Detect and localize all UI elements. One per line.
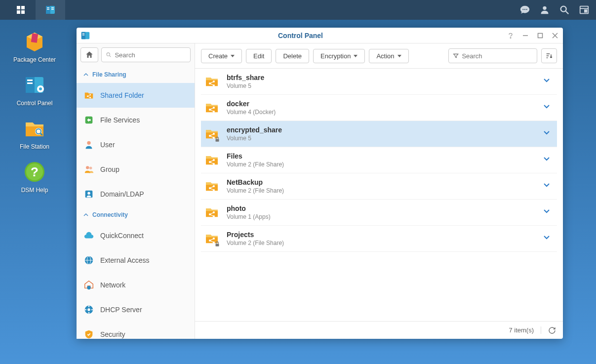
control-panel-window: Control Panel File Sharing bbox=[77, 28, 563, 339]
share-folder-icon bbox=[204, 100, 220, 116]
sidebar-item-user[interactable]: User bbox=[77, 132, 195, 157]
folder-name: Projects bbox=[227, 231, 539, 239]
edit-button[interactable]: Edit bbox=[246, 49, 272, 63]
maximize-button[interactable] bbox=[536, 32, 544, 40]
sidebar-item-quickconnect[interactable]: QuickConnect bbox=[77, 223, 195, 248]
expand-button[interactable] bbox=[539, 77, 554, 86]
folder-name: docker bbox=[227, 100, 539, 108]
folder-name: Files bbox=[227, 152, 539, 160]
minimize-button[interactable] bbox=[521, 32, 529, 40]
folder-subtitle: Volume 1 (Apps) bbox=[227, 213, 539, 220]
sidebar-item-dhcp-server[interactable]: DHCP Server bbox=[77, 297, 195, 322]
sidebar-item-external-access[interactable]: External Access bbox=[77, 248, 195, 273]
expand-button[interactable] bbox=[539, 156, 554, 164]
svg-rect-103 bbox=[216, 243, 219, 246]
desktop-icon-package-center[interactable]: Package Center bbox=[10, 30, 59, 63]
svg-line-15 bbox=[566, 11, 569, 14]
svg-text:?: ? bbox=[31, 164, 39, 179]
expand-button[interactable] bbox=[539, 129, 554, 138]
help-button[interactable] bbox=[507, 32, 515, 40]
encryption-button[interactable]: Encryption bbox=[313, 49, 365, 63]
refresh-button[interactable] bbox=[548, 326, 556, 334]
folder-row[interactable]: docker Volume 4 (Docker) bbox=[201, 95, 557, 121]
sidebar-item-domain-ldap[interactable]: Domain/LDAP bbox=[77, 182, 195, 206]
folder-subtitle: Volume 2 (File Share) bbox=[227, 187, 539, 194]
expand-button[interactable] bbox=[539, 208, 554, 217]
sidebar-search-input[interactable] bbox=[115, 51, 186, 59]
help-icon: ? bbox=[23, 160, 46, 184]
chevron-down-icon bbox=[543, 234, 550, 241]
main-menu-button[interactable] bbox=[6, 0, 36, 20]
desktop-icon-dsm-help[interactable]: ? DSM Help bbox=[10, 160, 59, 194]
folder-row[interactable]: NetBackup Volume 2 (File Share) bbox=[201, 173, 557, 200]
desktop: Package Center Control Panel File Statio… bbox=[0, 20, 69, 213]
sidebar-item-label: User bbox=[100, 141, 115, 149]
folder-row[interactable]: Projects Volume 2 (File Share) bbox=[201, 226, 557, 252]
main-search-input[interactable] bbox=[462, 52, 533, 60]
share-folder-icon bbox=[204, 74, 220, 89]
desktop-icon-control-panel[interactable]: Control Panel bbox=[10, 73, 59, 107]
expand-button[interactable] bbox=[539, 182, 554, 191]
sidebar-item-file-services[interactable]: File Services bbox=[77, 108, 195, 132]
folder-name: photo bbox=[227, 204, 539, 212]
folder-list: btrfs_share Volume 5 docker Volume 4 (Do… bbox=[195, 69, 563, 321]
svg-rect-18 bbox=[585, 10, 587, 12]
expand-button[interactable] bbox=[539, 103, 554, 112]
home-button[interactable] bbox=[80, 47, 98, 62]
svg-rect-19 bbox=[31, 33, 38, 42]
widgets-icon[interactable] bbox=[578, 4, 590, 16]
create-button[interactable]: Create bbox=[201, 49, 242, 63]
taskbar-app-control-panel[interactable] bbox=[36, 0, 65, 20]
sidebar: File Sharing Shared Folder File Services… bbox=[77, 43, 195, 339]
sidebar-item-group[interactable]: Group bbox=[77, 157, 195, 182]
svg-point-13 bbox=[543, 6, 546, 10]
svg-point-49 bbox=[87, 141, 90, 145]
chevron-down-icon bbox=[543, 103, 550, 110]
sidebar-item-label: External Access bbox=[100, 256, 150, 264]
folder-subtitle: Volume 5 bbox=[227, 82, 539, 89]
folder-row[interactable]: btrfs_share Volume 5 bbox=[201, 69, 557, 95]
control-panel-icon bbox=[23, 73, 46, 97]
svg-point-53 bbox=[87, 192, 90, 195]
main-search[interactable] bbox=[448, 48, 537, 63]
delete-button[interactable]: Delete bbox=[276, 49, 309, 63]
sidebar-item-security[interactable]: Security bbox=[77, 322, 195, 339]
sidebar-item-network[interactable]: Network bbox=[77, 273, 195, 297]
user-icon[interactable] bbox=[539, 4, 551, 16]
svg-rect-6 bbox=[47, 7, 49, 8]
status-bar: 7 item(s) bbox=[195, 321, 563, 339]
main-panel: Create Edit Delete Encryption Action btr bbox=[195, 43, 563, 339]
sidebar-search[interactable] bbox=[101, 47, 191, 62]
group-icon bbox=[83, 164, 94, 175]
section-connectivity[interactable]: Connectivity bbox=[77, 206, 195, 223]
svg-point-25 bbox=[39, 87, 42, 90]
sort-button[interactable] bbox=[541, 48, 557, 63]
close-button[interactable] bbox=[551, 32, 559, 40]
svg-rect-35 bbox=[82, 35, 85, 35]
action-button[interactable]: Action bbox=[369, 49, 408, 63]
desktop-icon-file-station[interactable]: File Station bbox=[10, 117, 59, 150]
window-app-icon bbox=[80, 31, 90, 40]
domain-ldap-icon bbox=[83, 189, 94, 200]
file-services-icon bbox=[83, 115, 94, 125]
section-file-sharing[interactable]: File Sharing bbox=[77, 66, 195, 83]
folder-row[interactable]: encrypted_share Volume 5 bbox=[201, 121, 557, 147]
search-icon[interactable] bbox=[558, 4, 570, 16]
sidebar-item-label: Domain/LDAP bbox=[100, 190, 144, 198]
sidebar-item-label: DHCP Server bbox=[100, 306, 142, 314]
chevron-down-icon bbox=[543, 156, 550, 162]
quickconnect-icon bbox=[83, 230, 94, 241]
sidebar-item-shared-folder[interactable]: Shared Folder bbox=[77, 83, 195, 108]
svg-rect-7 bbox=[47, 9, 49, 10]
folder-subtitle: Volume 2 (File Share) bbox=[227, 161, 539, 168]
chat-icon[interactable] bbox=[519, 4, 531, 16]
folder-row[interactable]: photo Volume 1 (Apps) bbox=[201, 200, 557, 226]
expand-button[interactable] bbox=[539, 234, 554, 243]
folder-subtitle: Volume 2 (File Share) bbox=[227, 240, 539, 246]
funnel-icon bbox=[453, 52, 459, 59]
network-icon bbox=[83, 280, 94, 290]
svg-rect-0 bbox=[17, 6, 20, 9]
sidebar-item-label: Security bbox=[100, 330, 125, 338]
folder-row[interactable]: Files Volume 2 (File Share) bbox=[201, 147, 557, 173]
svg-point-50 bbox=[86, 166, 89, 169]
